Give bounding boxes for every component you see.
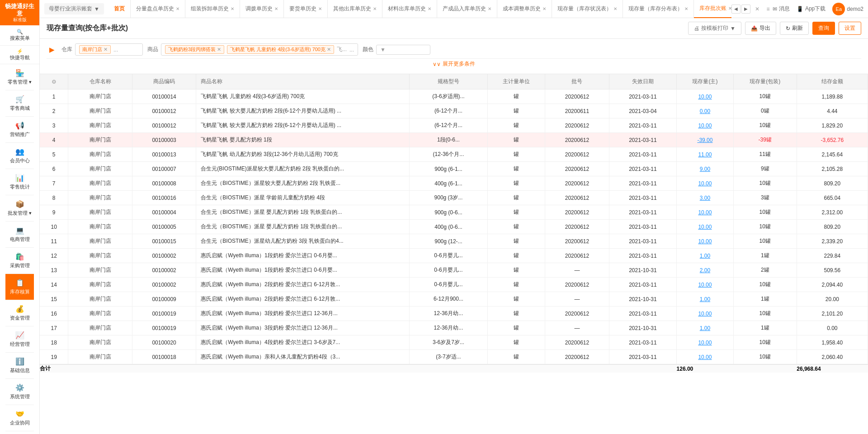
tab-disassemble[interactable]: 组装拆卸单历史✕ (185, 0, 240, 18)
app-download-button[interactable]: 📱 App下载 (797, 5, 826, 13)
tab-picking[interactable]: 调拨单历史✕ (240, 0, 284, 18)
tab-current-dist[interactable]: 现存量（库存分布表）✕ (623, 0, 694, 18)
tab-product-in[interactable]: 产成品入库单历史✕ (437, 0, 497, 18)
cell-expire-16: 2021-10-31 (609, 321, 676, 335)
tab-close-split-inventory[interactable]: ✕ (176, 6, 179, 11)
sidebar-item-basic[interactable]: ℹ️基础信息 (5, 353, 34, 379)
tab-cost-adjust[interactable]: 成本调整单历史✕ (497, 0, 552, 18)
cell-unit-0: 罐 (487, 90, 545, 104)
sidebar-item-wholesale[interactable]: 📦批发管理 ▾ (5, 195, 34, 222)
basic-icon: ℹ️ (15, 357, 24, 366)
tab-close-material-out[interactable]: ✕ (428, 6, 431, 11)
cell-spec-4: (12-36个月... (409, 147, 487, 162)
sidebar-item-quicknav[interactable]: ⚡ 快捷导航 (0, 46, 39, 64)
template-print-button[interactable]: 🖨 按模板打印 ▼ (688, 22, 741, 35)
color-dropdown[interactable]: ▼ (380, 47, 386, 53)
export-button[interactable]: 📤 导出 (745, 22, 776, 35)
cell-unit-8: 罐 (487, 205, 545, 220)
cell-code-18: 00100018 (132, 350, 196, 365)
tab-material-out[interactable]: 材料出库单历史✕ (382, 0, 437, 18)
goods-tag-0[interactable]: 飞鹤奶粉3段丙绑搭装 ✕ (165, 45, 224, 54)
goods-tag-text-1: 飞鹤星飞帆 儿童奶粉 4段(3-6岁适用) 700克 (230, 46, 326, 53)
tab-close-product-in[interactable]: ✕ (488, 6, 491, 11)
tab-split-inventory[interactable]: 分量盘点单历史✕ (131, 0, 185, 18)
table-row: 5 南岸门店 00100013 飞鹤星飞帆 幼儿配方奶粉 3段(12-36个月幼… (40, 147, 868, 162)
tab-prev-button[interactable]: ◀ (731, 5, 741, 14)
warehouse-tag-container[interactable]: 南岸门店 ✕ ... (75, 43, 143, 56)
tab-close-current-warehouse[interactable]: ✕ (613, 6, 617, 11)
goods-more[interactable]: 飞... (337, 46, 347, 53)
cell-unit-10: 罐 (487, 234, 545, 249)
cell-amount-0: 1,189.88 (797, 90, 868, 104)
tab-label-current-dist: 现存量（库存分布表） (628, 5, 683, 13)
tab-close-disassemble[interactable]: ✕ (231, 6, 234, 11)
retail-shop-icon: 🛒 (15, 95, 24, 104)
tab-home[interactable]: 首页 (108, 0, 131, 18)
tab-next-button[interactable]: ▶ (741, 5, 750, 14)
warehouse-more[interactable]: ... (113, 47, 118, 53)
tab-batch[interactable]: 库存批次账✕ (694, 0, 731, 18)
cell-amount-1: 4.44 (797, 104, 868, 118)
sidebar-item-guide[interactable]: 📖新手引导 (5, 431, 34, 434)
user-profile[interactable]: Ea demo2 (832, 3, 863, 15)
color-tag-container[interactable]: ▼ (376, 45, 430, 55)
goods-tag-remove-0[interactable]: ✕ (217, 47, 221, 52)
cell-expire-9: 2021-03-11 (609, 220, 676, 234)
column-settings-icon[interactable]: ⚙ (52, 79, 57, 85)
filter-collapse-button[interactable]: ▶ (47, 44, 57, 55)
cell-expire-6: 2021-03-11 (609, 176, 676, 191)
sidebar-item-enterprise[interactable]: 🤝企业协同 (5, 405, 34, 431)
sidebar-item-retail-stats[interactable]: 📊零售统计 (5, 169, 34, 195)
refresh-button[interactable]: ↻ 刷新 (780, 22, 809, 35)
tab-current-warehouse[interactable]: 现存量（库存状况表）✕ (552, 0, 623, 18)
sidebar-item-retail[interactable]: 🏪零售管理 ▾ (5, 64, 34, 90)
tab-menu-button[interactable]: ≡ (764, 5, 773, 14)
goods-tag-1[interactable]: 飞鹤星飞帆 儿童奶粉 4段(3-6岁适用) 700克 ✕ (227, 45, 334, 54)
settings-button[interactable]: 设置 (839, 22, 861, 35)
table-row: 2 南岸门店 00100012 飞鹤星飞帆 较大婴儿配方奶粉 2段(6-12个月… (40, 104, 868, 118)
sidebar-item-marketing[interactable]: 📢营销推广 (5, 117, 34, 143)
warehouse-tag-remove[interactable]: ✕ (104, 47, 108, 52)
sidebar-item-inventory[interactable]: 📋库存核算 (5, 274, 34, 300)
sidebar-item-retail-shop[interactable]: 🛒零售商城 (5, 90, 34, 117)
cell-pkg-14: 1罐 (733, 292, 797, 307)
cell-batch-12: — (545, 263, 609, 278)
sidebar-item-system[interactable]: ⚙️系统管理 (5, 379, 34, 405)
tab-close-batch[interactable]: ✕ (728, 6, 731, 11)
cell-idx-17: 18 (40, 335, 68, 350)
tab-other-out[interactable]: 其他出库单历史✕ (328, 0, 382, 18)
sidebar-item-member[interactable]: 👥会员中心 (5, 143, 34, 169)
tab-close-current-dist[interactable]: ✕ (684, 6, 688, 11)
goods-tag-remove-1[interactable]: ✕ (327, 47, 331, 52)
cell-warehouse-10: 南岸门店 (68, 234, 132, 249)
sidebar-item-operations[interactable]: 📈经营管理 (5, 326, 34, 353)
search-icon: 🔍 (2, 29, 37, 35)
query-button[interactable]: 查询 (812, 22, 835, 35)
goods-tag-container[interactable]: 飞鹤奶粉3段丙绑搭装 ✕ 飞鹤星飞帆 儿童奶粉 4段(3-6岁适用) 700克 … (161, 43, 358, 56)
sidebar-item-search[interactable]: 🔍 搜索英单 (0, 25, 39, 46)
tab-close-other-out[interactable]: ✕ (373, 6, 377, 11)
cell-idx-7: 8 (40, 191, 68, 205)
expand-more-button[interactable]: ∨∨ 展开更多条件 (47, 58, 861, 69)
cell-stock-10: 10.00 (677, 234, 734, 249)
tab-close-button[interactable]: ✕ (753, 5, 762, 14)
cell-pkg-1: 0罐 (733, 104, 797, 118)
cell-code-9: 00100005 (132, 220, 196, 234)
tab-requisition[interactable]: 要货单历史✕ (284, 0, 328, 18)
tab-close-cost-adjust[interactable]: ✕ (542, 6, 546, 11)
sidebar-item-purchase[interactable]: 🛍️采购管理 (5, 248, 34, 274)
sidebar-item-ecommerce[interactable]: 💻电商管理 (5, 222, 34, 248)
account-selector[interactable]: 母婴行业演示账套 ▼ (44, 3, 104, 14)
cell-code-11: 00100002 (132, 249, 196, 263)
tab-close-requisition[interactable]: ✕ (318, 6, 322, 11)
tab-close-picking[interactable]: ✕ (274, 6, 278, 11)
cell-warehouse-13: 南岸门店 (68, 278, 132, 292)
th-settings[interactable]: ⚙ (40, 74, 68, 90)
cell-name-1: 飞鹤星飞帆 较大婴儿配方奶粉 2段(6-12个月婴幼儿适用) ... (196, 104, 410, 118)
cell-unit-6: 罐 (487, 176, 545, 191)
message-button[interactable]: ✉ 消息 (773, 5, 790, 13)
sidebar-item-finance[interactable]: 💰资金管理 (5, 300, 34, 326)
cell-name-18: 惠氏启赋（Wyeth illuma）亲和人体儿童配方奶粉4段（3... (196, 350, 410, 365)
inventory-table: ⚙ 仓库名称 商品编码 商品名称 规格型号 主计量单位 批号 失效日期 现存量(… (40, 74, 868, 373)
warehouse-tag-0[interactable]: 南岸门店 ✕ (79, 45, 111, 54)
